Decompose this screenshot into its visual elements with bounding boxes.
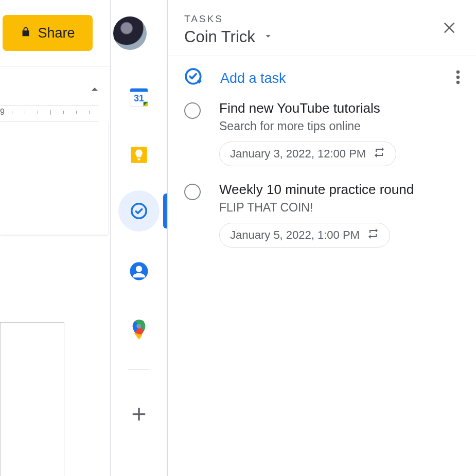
add-task-button[interactable]: Add a task — [184, 67, 286, 89]
maps-app-icon[interactable] — [128, 318, 150, 340]
svg-text:31: 31 — [134, 93, 144, 103]
tasks-list: Find new YouTube tutorials Search for mo… — [168, 100, 476, 248]
task-list-selector[interactable]: Coin Trick — [184, 28, 274, 46]
svg-point-10 — [456, 70, 460, 74]
active-app-indicator — [163, 193, 167, 228]
task-date-text: January 3, 2022, 12:00 PM — [230, 147, 366, 161]
svg-point-12 — [456, 81, 460, 84]
complete-task-checkbox[interactable] — [184, 184, 201, 200]
editor-left-crop: Share 9 — [0, 0, 111, 476]
ruler: 9 — [0, 105, 98, 121]
ruler-number: 9 — [0, 108, 5, 117]
task-details: Search for more tips online — [219, 119, 396, 133]
contacts-app-icon[interactable] — [128, 260, 150, 282]
lock-icon — [20, 25, 31, 41]
side-panel-rail: 31 — [111, 66, 167, 476]
svg-point-6 — [135, 266, 142, 272]
divider — [0, 66, 111, 66]
add-addon-button[interactable] — [128, 403, 150, 425]
add-task-icon — [184, 67, 204, 89]
account-avatar[interactable] — [113, 16, 147, 50]
close-panel-button[interactable] — [440, 17, 461, 40]
list-options-button[interactable] — [455, 69, 461, 87]
share-button[interactable]: Share — [3, 15, 93, 51]
document-canvas-fragment[interactable] — [0, 322, 64, 476]
add-task-label: Add a task — [220, 70, 286, 86]
task-date-text: January 5, 2022, 1:00 PM — [230, 228, 360, 242]
repeat-icon — [373, 146, 385, 162]
tasks-app-icon[interactable] — [118, 190, 160, 232]
panel-eyebrow: TASKS — [184, 13, 274, 25]
task-details: FLIP THAT COIN! — [219, 201, 414, 215]
keep-app-icon[interactable] — [128, 144, 150, 166]
document-canvas-fragment[interactable] — [0, 121, 108, 235]
tasks-panel-header: TASKS Coin Trick — [168, 0, 476, 56]
task-item[interactable]: Weekly 10 minute practice round FLIP THA… — [184, 182, 461, 248]
task-date-chip[interactable]: January 3, 2022, 12:00 PM — [219, 142, 396, 166]
tasks-panel: TASKS Coin Trick Add a task Fi — [167, 0, 476, 476]
task-date-chip[interactable]: January 5, 2022, 1:00 PM — [219, 223, 390, 248]
rail-divider — [128, 369, 150, 370]
svg-point-8 — [136, 324, 141, 328]
svg-point-11 — [456, 76, 460, 79]
calendar-app-icon[interactable]: 31 — [128, 86, 150, 108]
repeat-icon — [367, 227, 379, 243]
task-title: Weekly 10 minute practice round — [219, 182, 414, 198]
task-title: Find new YouTube tutorials — [219, 100, 396, 116]
task-item[interactable]: Find new YouTube tutorials Search for mo… — [184, 100, 461, 166]
task-list-name: Coin Trick — [184, 28, 255, 46]
share-label: Share — [38, 25, 75, 41]
collapse-outline-button[interactable] — [80, 75, 110, 104]
complete-task-checkbox[interactable] — [184, 102, 201, 119]
caret-down-icon — [262, 30, 274, 44]
